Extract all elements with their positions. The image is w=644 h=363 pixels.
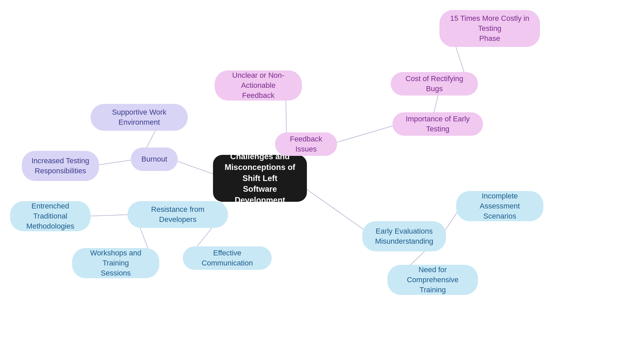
importance-early-node: Importance of Early Testing bbox=[392, 112, 483, 136]
burnout-label: Burnout bbox=[141, 154, 167, 164]
supportive-node: Supportive Work Environment bbox=[91, 104, 188, 131]
entrenched-node: Entrenched Traditional Methodologies bbox=[10, 201, 91, 231]
increased-testing-label: Increased Testing Responsibilities bbox=[32, 156, 89, 176]
workshops-node: Workshops and Training Sessions bbox=[72, 248, 159, 278]
incomplete-node: Incomplete Assessment Scenarios bbox=[456, 191, 543, 221]
cost-bugs-label: Cost of Rectifying Bugs bbox=[400, 74, 469, 94]
early-eval-node: Early Evaluations Misunderstanding bbox=[362, 221, 446, 251]
effective-comm-label: Effective Communication bbox=[192, 248, 262, 268]
svg-line-9 bbox=[91, 215, 127, 216]
svg-line-0 bbox=[177, 161, 214, 174]
resistance-node: Resistance from Developers bbox=[127, 201, 228, 228]
15-times-label: 15 Times More Costly in Testing Phase bbox=[449, 13, 531, 43]
center-node: Challenges and Misconceptions of Shift L… bbox=[213, 155, 307, 202]
center-label: Challenges and Misconceptions of Shift L… bbox=[222, 151, 298, 205]
early-eval-label: Early Evaluations Misunderstanding bbox=[375, 226, 433, 246]
entrenched-label: Entrenched Traditional Methodologies bbox=[19, 201, 81, 231]
need-training-node: Need for Comprehensive Training bbox=[387, 265, 478, 295]
unclear-feedback-label: Unclear or Non-Actionable Feedback bbox=[224, 70, 292, 100]
feedback-issues-node: Feedback Issues bbox=[275, 132, 337, 156]
supportive-label: Supportive Work Environment bbox=[100, 107, 178, 127]
unclear-feedback-node: Unclear or Non-Actionable Feedback bbox=[215, 70, 302, 101]
increased-testing-node: Increased Testing Responsibilities bbox=[22, 151, 99, 181]
svg-line-12 bbox=[304, 187, 365, 231]
importance-early-label: Importance of Early Testing bbox=[402, 114, 474, 134]
need-training-label: Need for Comprehensive Training bbox=[397, 265, 469, 295]
effective-comm-node: Effective Communication bbox=[183, 246, 272, 270]
svg-line-6 bbox=[434, 96, 438, 112]
resistance-label: Resistance from Developers bbox=[137, 204, 219, 224]
burnout-node: Burnout bbox=[131, 147, 178, 171]
workshops-label: Workshops and Training Sessions bbox=[82, 248, 150, 278]
svg-line-4 bbox=[286, 97, 286, 135]
15-times-node: 15 Times More Costly in Testing Phase bbox=[439, 10, 540, 47]
svg-line-2 bbox=[99, 160, 131, 165]
cost-bugs-node: Cost of Rectifying Bugs bbox=[391, 72, 478, 96]
incomplete-label: Incomplete Assessment Scenarios bbox=[466, 191, 534, 221]
svg-line-13 bbox=[444, 211, 458, 232]
svg-line-1 bbox=[146, 130, 156, 148]
feedback-issues-label: Feedback Issues bbox=[284, 134, 328, 154]
svg-line-5 bbox=[337, 126, 393, 142]
